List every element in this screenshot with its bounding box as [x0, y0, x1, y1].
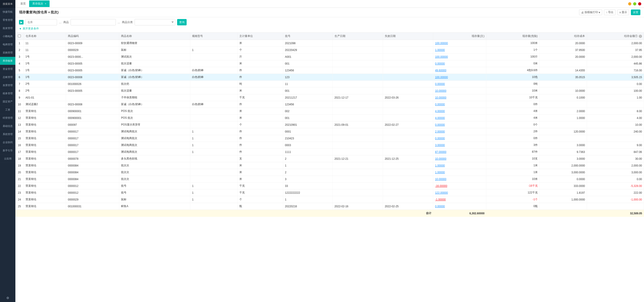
- row-unit: 米: [238, 115, 283, 121]
- col-header-name: 商品名称: [119, 33, 190, 40]
- window-minimize-btn[interactable]: [628, 2, 631, 6]
- sidebar-item-ledger[interactable]: 总账管理: [0, 73, 16, 81]
- row-qty-main[interactable]: 0.00000: [433, 121, 486, 128]
- row-name: 批次疤: [119, 81, 190, 87]
- row-qty-main[interactable]: 10.00000: [433, 176, 486, 183]
- table-area[interactable]: 仓库名称 商品编码 商品名称 规格型号 主计量单位 批号 生产日期 失效日期 现…: [16, 33, 644, 302]
- row-qty-main[interactable]: -16.00000: [433, 183, 486, 189]
- row-qty-main[interactable]: 0.00000: [433, 101, 486, 108]
- warehouse-input[interactable]: [25, 19, 57, 25]
- amount-info-icon[interactable]: i: [639, 35, 642, 38]
- row-prod-date: [332, 115, 383, 121]
- row-cost: [540, 203, 587, 210]
- display-btn[interactable]: ≡ 显示: [617, 10, 629, 15]
- row-amount: 445.86: [587, 60, 644, 67]
- sidebar-item-system[interactable]: 系统管理: [0, 130, 16, 138]
- row-cost: 3.0000: [540, 142, 587, 149]
- sidebar-item-purchase[interactable]: 采购管理: [0, 49, 16, 57]
- sidebar-item-ecommerce[interactable]: 电商管理: [0, 41, 16, 49]
- category-select[interactable]: [134, 19, 175, 25]
- window-close-btn[interactable]: [638, 2, 641, 6]
- col-header-batch: 批号: [283, 33, 332, 40]
- row-qty-sub: 0个: [486, 121, 540, 128]
- product-input[interactable]: [70, 19, 116, 25]
- row-code: 0023-00009: [66, 40, 119, 47]
- sidebar-item-tax[interactable]: 税务管理: [0, 89, 16, 98]
- sidebar-item-inventory[interactable]: 库存核算: [0, 57, 16, 65]
- sidebar-item-wholesale[interactable]: 批发管理: [0, 24, 16, 32]
- tab-inventory-batch[interactable]: 库存批次 ×: [29, 1, 50, 7]
- row-qty-main[interactable]: 1.00000: [433, 47, 486, 54]
- row-prod-date: [332, 60, 383, 67]
- sidebar-item-nav[interactable]: 快捷导航: [0, 8, 16, 16]
- row-warehouse: 营直销仓: [24, 189, 66, 196]
- row-qty-main[interactable]: 100.00000: [433, 54, 486, 60]
- row-qty-sub: 122千克: [486, 189, 540, 196]
- row-code: [66, 94, 119, 101]
- sidebar-item-guide[interactable]: 新手引导: [0, 146, 16, 155]
- row-qty-main[interactable]: 100.00000: [433, 74, 486, 81]
- sidebar-settings-icon[interactable]: ⚙: [0, 294, 16, 302]
- row-qty-main[interactable]: 10.00000: [433, 94, 486, 101]
- row-qty-main[interactable]: 0.00000: [433, 135, 486, 142]
- sidebar-item-finance[interactable]: 资金管理: [0, 65, 16, 73]
- row-qty-main[interactable]: 122.00000: [433, 189, 486, 196]
- row-qty-main[interactable]: 10.00000: [433, 87, 486, 94]
- row-name: POS 批次: [119, 115, 190, 121]
- row-name: 批次次: [119, 162, 190, 169]
- row-qty-main[interactable]: 3.00000: [433, 142, 486, 149]
- row-warehouse: 测试适量2: [24, 101, 66, 108]
- sidebar-item-management[interactable]: 经营管理: [0, 114, 16, 122]
- sidebar-item-salary[interactable]: 工资: [0, 106, 16, 114]
- sidebar-item-invoice[interactable]: 发票管理: [0, 81, 16, 89]
- row-qty-main[interactable]: 4.00000: [433, 108, 486, 115]
- sidebar-search[interactable]: 搜索菜单: [0, 0, 16, 8]
- tab-home[interactable]: 首页: [17, 1, 29, 7]
- row-qty-main[interactable]: 0.00000: [433, 60, 486, 67]
- sidebar-item-cloud[interactable]: 云应用: [0, 155, 16, 163]
- row-warehouse: 2号: [24, 81, 66, 87]
- row-warehouse: 营直销仓: [24, 156, 66, 162]
- query-btn[interactable]: 查询: [177, 19, 186, 25]
- window-maximize-btn[interactable]: [633, 2, 636, 6]
- row-qty-main[interactable]: 4.00000: [433, 115, 486, 121]
- row-warehouse: 2号: [24, 87, 66, 94]
- footer-qty-total: 6,302.60000: [433, 210, 486, 217]
- footer-cost-total: [540, 210, 587, 217]
- filter-expand-btn[interactable]: ▼ 展开更多条件: [19, 27, 640, 31]
- sidebar-item-collab[interactable]: 企业协同: [0, 138, 16, 146]
- row-warehouse: A01-01: [24, 94, 66, 101]
- row-qty-main[interactable]: 0.00000: [433, 81, 486, 87]
- print-btn[interactable]: 🖨 按模板打印 ▾: [579, 10, 602, 15]
- row-qty-main[interactable]: 1.00000: [433, 169, 486, 176]
- row-warehouse: 11: [24, 40, 66, 47]
- row-qty-main[interactable]: -1.00000: [433, 196, 486, 203]
- row-cost: 1.8197: [540, 189, 587, 196]
- footer-label: 合计: [16, 210, 433, 217]
- row-qty-main[interactable]: 100.00000: [433, 40, 486, 47]
- row-idx: 11: [16, 108, 24, 115]
- row-code: 0023-00008: [66, 101, 119, 108]
- row-exp-date: [383, 189, 433, 196]
- settings-btn[interactable]: 设置: [631, 10, 640, 15]
- select-all-checkbox[interactable]: [18, 35, 21, 37]
- row-idx: 5: [16, 67, 24, 74]
- export-btn[interactable]: ↑ 导出: [604, 10, 616, 15]
- row-prod-date: [332, 87, 383, 94]
- filter-expand-arrow[interactable]: ▶: [19, 20, 24, 25]
- row-qty-main[interactable]: 49.60000: [433, 67, 486, 74]
- col-header-checkbox[interactable]: [16, 33, 24, 40]
- row-qty-main[interactable]: 87.00000: [433, 149, 486, 156]
- row-qty-main[interactable]: 1.00000: [433, 162, 486, 169]
- sidebar-item-retail[interactable]: 零售管理: [0, 16, 16, 24]
- tab-close-icon[interactable]: ×: [45, 2, 46, 5]
- sidebar-item-assets[interactable]: 固定资产: [0, 98, 16, 106]
- sidebar-item-basic[interactable]: 基础信息: [0, 122, 16, 130]
- row-name: 批次次: [119, 169, 190, 176]
- row-qty-main[interactable]: 10.00000: [433, 156, 486, 162]
- row-qty-sub: 0吨: [486, 81, 540, 87]
- row-qty-main[interactable]: 0.00000: [433, 203, 486, 210]
- sidebar-item-ecommerce-small[interactable]: 小鹅电商: [0, 32, 16, 41]
- row-qty-main[interactable]: 2.00000: [433, 128, 486, 135]
- row-unit: 米: [238, 162, 283, 169]
